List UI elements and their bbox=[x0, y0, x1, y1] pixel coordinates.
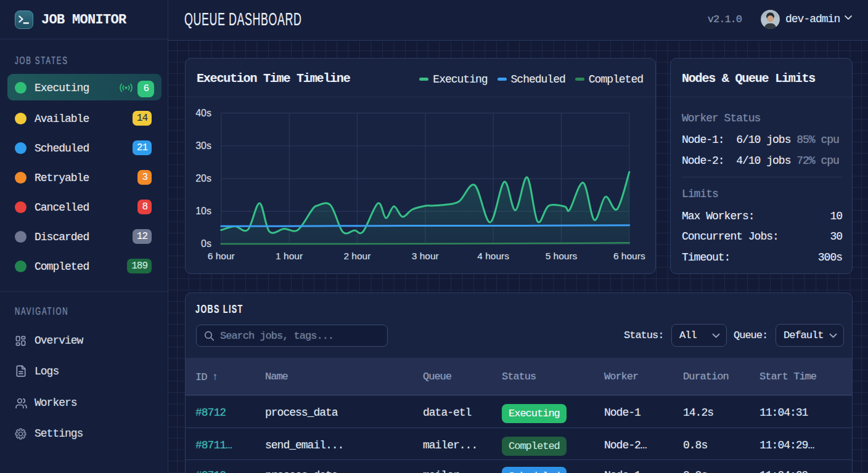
svg-text:30s: 30s bbox=[195, 140, 211, 151]
svg-text:3 hour: 3 hour bbox=[412, 251, 439, 261]
svg-text:40s: 40s bbox=[195, 108, 211, 118]
svg-text:10s: 10s bbox=[195, 206, 211, 216]
svg-text:4 hours: 4 hours bbox=[477, 251, 509, 261]
svg-text:20s: 20s bbox=[195, 173, 211, 184]
svg-text:6 hours: 6 hours bbox=[613, 251, 645, 261]
svg-text:6 hour: 6 hour bbox=[208, 251, 235, 261]
svg-text:1 hour: 1 hour bbox=[276, 251, 303, 261]
svg-text:2 hour: 2 hour bbox=[343, 251, 371, 261]
svg-text:5 hours: 5 hours bbox=[546, 251, 578, 261]
svg-text:0s: 0s bbox=[201, 238, 211, 249]
